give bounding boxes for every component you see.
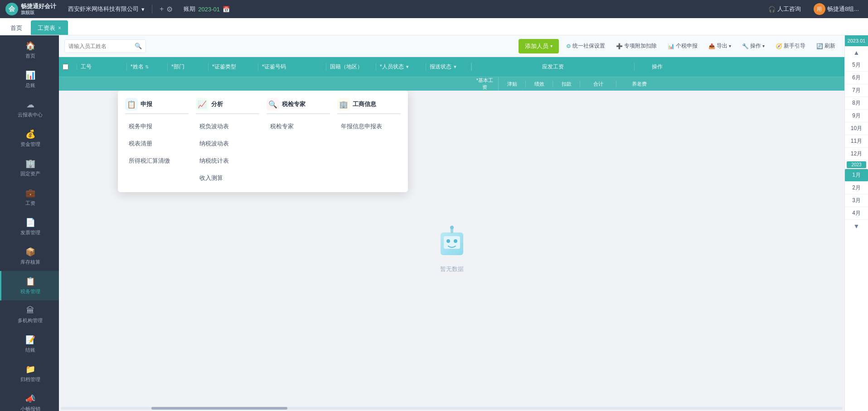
sidebar-item-tax[interactable]: 📋 税务管理 [0,271,59,300]
headset-icon: 🎧 [768,6,776,13]
gongshang-icon: 🏢 [337,98,350,111]
search-input[interactable] [68,43,132,49]
toolbar-action-export[interactable]: 📤 导出 ▾ [705,40,735,52]
sidebar-item-cloud[interactable]: ☁ 云报表中心 [0,94,59,124]
guide-action-label: 新手引导 [784,42,805,50]
calendar-icon[interactable]: 📅 [223,6,230,13]
sidebar-item-fund[interactable]: 💰 资金管理 [0,124,59,153]
sidebar-label-ledger: 总账 [25,82,35,89]
sub-th-total: 合计 [580,81,616,87]
filter-status-icon: ▼ [405,64,410,69]
tab-bar: 首页 工资表 × [0,18,868,35]
select-all-checkbox[interactable] [63,64,68,70]
sidebar-item-close[interactable]: 📝 结账 [0,329,59,359]
menu-item-pay-fluctuation[interactable]: 纳税波动表 [196,137,259,150]
menu-item-tax-table[interactable]: 税表清册 [125,137,189,150]
tab-home[interactable]: 首页 [4,20,29,35]
month-item-9[interactable]: 9月 [845,110,868,122]
toolbar-action-operate[interactable]: 🔧 操作 ▾ [738,40,768,52]
menu-item-tax-report[interactable]: 税务申报 [125,120,189,133]
menu-item-tax-stats[interactable]: 纳税统计表 [196,154,259,168]
sidebar-item-home[interactable]: 🏠 首页 [0,35,59,65]
scrollbar-track[interactable] [61,407,843,410]
month-item-2[interactable]: 2月 [845,182,868,194]
month-item-11[interactable]: 11月 [845,135,868,148]
sidebar-label-tax: 税务管理 [20,288,40,295]
special-icon: ➕ [616,43,623,49]
sidebar-item-invoice[interactable]: 📄 发票管理 [0,212,59,242]
archive-icon: 📁 [25,364,35,374]
shenba-title: 申报 [141,100,152,108]
logo-area: 会 畅捷通好会计 旗舰版 [5,3,64,15]
menu-item-annual-report[interactable]: 年报信息申报表 [337,120,401,133]
add-person-button[interactable]: 添加人员 ▾ [519,39,559,53]
tab-home-label: 首页 [10,24,22,32]
header-add-icon[interactable]: + ⚙ [160,5,173,14]
sidebar-label-expense: 小畅报销 [20,406,40,411]
header-right: 🎧 人工咨询 用 畅捷通8组... [765,1,863,17]
top-header: 会 畅捷通好会计 旗舰版 西安虾米网络科技有限公司 ▾ + ⚙ 账期 2023-… [0,0,868,18]
sidebar-label-multi: 多机构管理 [18,317,43,324]
menu-item-income-tax[interactable]: 所得税汇算清缴 [125,154,189,168]
user-area[interactable]: 用 畅捷通8组... [810,1,863,17]
export-label: 导出 [717,42,727,50]
tab-close-icon[interactable]: × [58,25,61,31]
add-person-label: 添加人员 [525,42,548,50]
th-checkbox[interactable] [59,64,77,70]
table-scrollbar[interactable] [59,406,844,411]
fenxi-title: 分析 [211,100,223,108]
special-label: 专项附加扣除 [624,42,657,50]
sidebar-item-archive[interactable]: 📁 归档管理 [0,359,59,388]
right-panel: 2023.01 ▲ 5月 6月 7月 8月 9月 10月 11月 12月 202… [844,35,868,411]
year-badge-2023: 2023 [847,161,866,168]
menu-section-title-shenba: 📋 申报 [125,98,189,114]
operate-icon: 🔧 [742,43,749,49]
service-btn[interactable]: 🎧 人工咨询 [765,3,805,15]
th-report-status[interactable]: 报送状态 ▼ [426,63,471,71]
right-panel-up-arrow[interactable]: ▲ [852,48,861,57]
month-item-12[interactable]: 12月 [845,148,868,160]
user-name: 畅捷通8组... [827,5,859,13]
right-panel-down-arrow[interactable]: ▼ [852,222,861,231]
th-nationality: 国籍（地区） [326,63,376,71]
menu-item-tax-fluctuation[interactable]: 税负波动表 [196,120,259,133]
toolbar-action-special[interactable]: ➕ 专项附加扣除 [612,40,660,52]
toolbar-action-refresh[interactable]: 🔄 刷新 [813,40,839,52]
th-status[interactable]: *人员状态 ▼ [376,63,426,71]
scrollbar-thumb[interactable] [151,407,287,410]
expense-icon: 📣 [25,394,35,404]
toolbar-action-tax-report[interactable]: 📊 个税申报 [664,40,701,52]
menu-item-tax-expert[interactable]: 税检专家 [267,120,330,133]
sub-th-allowance: 津贴 [499,81,526,87]
month-item-10[interactable]: 10月 [845,122,868,135]
menu-section-title-taijian: 🔍 税检专家 [267,98,330,114]
sidebar-item-inventory[interactable]: 📦 库存核算 [0,242,59,271]
sidebar-label-salary: 工资 [25,200,35,207]
plus-icon: + [160,5,164,13]
tab-salary[interactable]: 工资表 × [31,20,68,35]
th-name[interactable]: *姓名 ⇅ [127,63,168,71]
sidebar-item-asset[interactable]: 🏢 固定资产 [0,153,59,183]
sidebar-item-multi[interactable]: 🏛 多机构管理 [0,300,59,329]
sidebar-item-salary[interactable]: 💼 工资 [0,183,59,212]
sidebar-item-expense[interactable]: 📣 小畅报销 [0,388,59,411]
company-selector[interactable]: 西安虾米网络科技有限公司 ▾ [64,3,148,15]
sidebar: 🏠 首页 📊 总账 ☁ 云报表中心 💰 资金管理 🏢 固定资产 💼 工资 📄 发… [0,35,59,411]
sub-th-deduction: 扣款 [553,81,580,87]
menu-section-fenxi: 📈 分析 税负波动表 纳税波动表 纳税统计表 收入 [196,98,259,185]
month-item-1[interactable]: 1月 [845,169,868,182]
month-item-6[interactable]: 6月 [845,72,868,84]
shenba-icon: 📋 [125,98,138,111]
month-item-5[interactable]: 5月 [845,59,868,72]
cloud-icon: ☁ [26,100,34,110]
month-item-7[interactable]: 7月 [845,84,868,97]
export-icon: 📤 [708,43,715,49]
month-item-3[interactable]: 3月 [845,194,868,207]
menu-item-income-calc[interactable]: 收入测算 [196,171,259,185]
sidebar-item-ledger[interactable]: 📊 总账 [0,65,59,94]
month-item-4[interactable]: 4月 [845,207,868,220]
toolbar-action-social[interactable]: ⚙ 统一社保设置 [563,40,609,52]
search-input-wrap[interactable]: 🔍 [64,39,146,53]
month-item-8[interactable]: 8月 [845,97,868,110]
toolbar-action-guide[interactable]: 🧭 新手引导 [772,40,809,52]
